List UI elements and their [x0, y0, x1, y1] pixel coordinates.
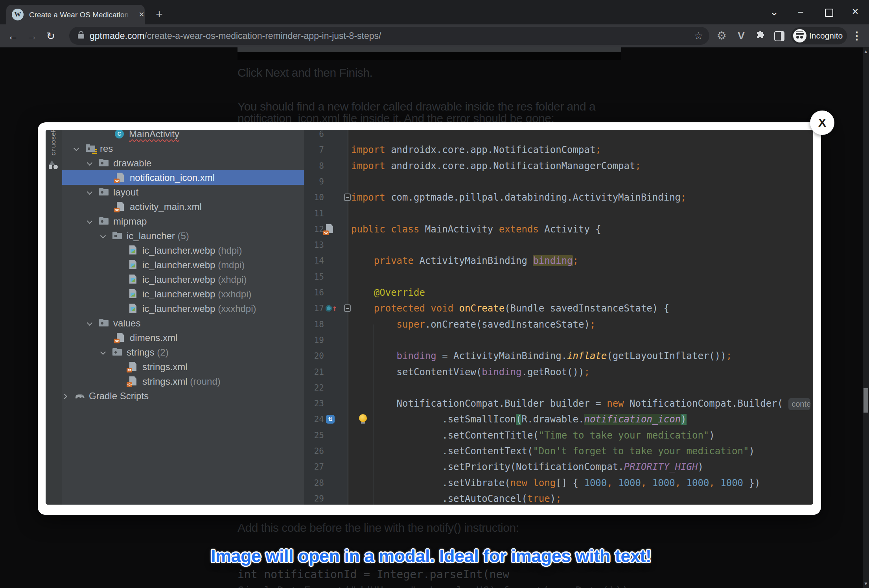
side-panel-icon[interactable] — [774, 31, 784, 41]
tree-item-label: ic_launcher.webp (xxxhdpi) — [142, 301, 256, 316]
tab-close-icon[interactable]: ✕ — [137, 10, 146, 19]
tree-item-suffix: (xxhdpi) — [215, 289, 251, 299]
line-number: 28 — [304, 475, 324, 491]
incognito-badge[interactable]: Incognito — [791, 27, 847, 44]
back-button[interactable]: ← — [6, 29, 20, 43]
code-line[interactable]: 26 .setContentText("Don't forget to take… — [304, 443, 813, 459]
xml-icon: <> — [116, 333, 126, 343]
address-bar[interactable]: gptmade.com/create-a-wear-os-medication-… — [69, 27, 709, 45]
code-editor[interactable]: 5import android.widget.TextView;67import… — [304, 130, 813, 505]
tree-item-label: strings (2) — [127, 345, 169, 359]
tree-item-label: ic_launcher.webp (hdpi) — [142, 243, 242, 258]
chevron-open-icon[interactable] — [100, 349, 106, 356]
code-line[interactable]: 20 binding = ActivityMainBinding.inflate… — [304, 348, 813, 364]
settings-gear-extension-icon[interactable]: ⚙ — [714, 29, 729, 43]
code-text: import com.gptmade.pillpal.databinding.A… — [351, 190, 687, 205]
chevron-open-icon[interactable] — [73, 146, 79, 152]
code-line[interactable]: 28 .setVibrate(new long[] { 1000, 1000, … — [304, 475, 813, 491]
related-xml-file-icon[interactable]: <> — [325, 224, 335, 234]
code-line[interactable]: 14 private ActivityMainBinding binding; — [304, 253, 813, 269]
tree-item[interactable]: values — [62, 316, 304, 330]
code-line[interactable]: 12<>public class MainActivity extends Ac… — [304, 221, 813, 237]
code-line[interactable]: 24⇅ .setSmallIcon(R.drawable.notificatio… — [304, 411, 813, 427]
code-line[interactable]: 27 .setPriority(NotificationCompat.PRIOR… — [304, 459, 813, 475]
code-line[interactable]: 29 .setAutoCancel(true); — [304, 491, 813, 505]
forward-button[interactable]: → — [25, 29, 39, 43]
drawable-gutter-icon[interactable]: ⇅ — [326, 415, 335, 424]
page-code-line: SimpleDateFormat("ddHHmmss", Locale.US).… — [238, 584, 635, 588]
shapes-tool-icon[interactable] — [49, 160, 58, 169]
chevron-open-icon[interactable] — [87, 189, 93, 195]
tree-item-label: activity_main.xml — [130, 199, 202, 214]
reload-button[interactable]: ↻ — [44, 29, 58, 43]
chevron-closed-icon[interactable] — [62, 393, 68, 399]
code-line[interactable]: 6 — [304, 130, 813, 142]
bookmark-star-icon[interactable]: ☆ — [694, 27, 703, 45]
modal-close-button[interactable]: X — [810, 111, 834, 135]
browser-menu-icon[interactable]: ⋮ — [851, 29, 863, 43]
code-line[interactable]: 8import androidx.core.app.NotificationMa… — [304, 158, 813, 174]
tree-item[interactable]: ic_launcher.webp (xhdpi) — [62, 272, 304, 287]
resource-manager-tab[interactable]: Resourc — [46, 130, 61, 156]
code-line[interactable]: 15 — [304, 269, 813, 285]
line-number: 10 — [304, 190, 324, 205]
code-line[interactable]: 23 NotificationCompat.Builder builder = … — [304, 396, 813, 411]
code-line[interactable]: 22 — [304, 380, 813, 396]
code-line[interactable]: 13 — [304, 237, 813, 253]
tree-item[interactable]: <>activity_main.xml — [62, 199, 304, 214]
maximize-button[interactable] — [825, 9, 833, 17]
line-number: 24 — [304, 411, 324, 427]
chevron-open-icon[interactable] — [87, 160, 93, 166]
fold-marker-icon[interactable]: − — [344, 194, 351, 201]
scrollbar-thumb[interactable] — [863, 388, 868, 413]
tree-item[interactable]: strings (2) — [62, 345, 304, 359]
code-line[interactable]: 11 — [304, 206, 813, 221]
tree-item[interactable]: ic_launcher.webp (xxhdpi) — [62, 287, 304, 301]
scroll-down-arrow-icon[interactable]: ▼ — [863, 579, 869, 588]
url-domain: gptmade.com — [90, 31, 144, 41]
scroll-up-arrow-icon[interactable]: ▲ — [863, 47, 869, 56]
tree-item[interactable]: <>strings.xml — [62, 359, 304, 374]
line-number: 20 — [304, 348, 324, 364]
code-text: .setSmallIcon(R.drawable.notification_ic… — [351, 411, 687, 427]
tree-item[interactable]: ic_launcher.webp (xxxhdpi) — [62, 301, 304, 316]
tree-item[interactable]: ic_launcher (5) — [62, 229, 304, 243]
tree-item-label: dimens.xml — [130, 330, 177, 345]
extensions-puzzle-icon[interactable] — [753, 29, 767, 43]
tree-item[interactable]: ic_launcher.webp (mdpi) — [62, 258, 304, 272]
tree-item[interactable]: <>notification_icon.xml — [62, 170, 304, 185]
tab-search-chevron-icon[interactable]: ⌄ — [768, 6, 781, 18]
studio-tool-window-strip[interactable]: Resourc — [46, 130, 63, 505]
tree-item[interactable]: mipmap — [62, 214, 304, 229]
window-close-button[interactable]: ✕ — [849, 6, 862, 18]
tree-item[interactable]: <>dimens.xml — [62, 330, 304, 345]
fold-marker-icon[interactable]: − — [344, 304, 351, 312]
tree-item[interactable]: <>strings.xml (round) — [62, 374, 304, 389]
code-line[interactable]: 17↑− protected void onCreate(Bundle save… — [304, 300, 813, 316]
lock-icon[interactable] — [78, 34, 84, 39]
new-tab-button[interactable]: + — [153, 9, 165, 20]
v-extension-icon[interactable]: V — [734, 29, 748, 43]
minimize-button[interactable]: – — [794, 6, 807, 18]
chevron-open-icon[interactable] — [87, 218, 93, 225]
code-line[interactable]: 21 setContentView(binding.getRoot()); — [304, 364, 813, 380]
code-line[interactable]: 18 super.onCreate(savedInstanceState); — [304, 317, 813, 332]
chevron-open-icon[interactable] — [87, 320, 93, 326]
page-scrollbar[interactable]: ▲ ▼ — [863, 47, 869, 588]
code-line[interactable]: 9 — [304, 174, 813, 190]
tree-item[interactable]: drawable — [62, 156, 304, 170]
code-line[interactable]: 19 — [304, 332, 813, 348]
code-line[interactable]: 10−import com.gptmade.pillpal.databindin… — [304, 190, 813, 205]
tree-item[interactable]: CMainActivity — [62, 130, 304, 141]
tree-item[interactable]: Gradle Scripts — [62, 389, 304, 403]
chevron-open-icon[interactable] — [100, 233, 106, 239]
tree-item[interactable]: ic_launcher.webp (hdpi) — [62, 243, 304, 258]
code-line[interactable]: 16 @Override — [304, 285, 813, 300]
override-method-icon[interactable] — [326, 305, 332, 312]
code-line[interactable]: 25 .setContentTitle("Time to take your m… — [304, 428, 813, 443]
tree-item[interactable]: layout — [62, 185, 304, 199]
line-number: 18 — [304, 317, 324, 332]
tree-item[interactable]: res — [62, 141, 304, 156]
code-line[interactable]: 7import androidx.core.app.NotificationCo… — [304, 142, 813, 158]
browser-tab[interactable]: W Create a Wear OS Medication Reminder ✕ — [6, 5, 145, 24]
